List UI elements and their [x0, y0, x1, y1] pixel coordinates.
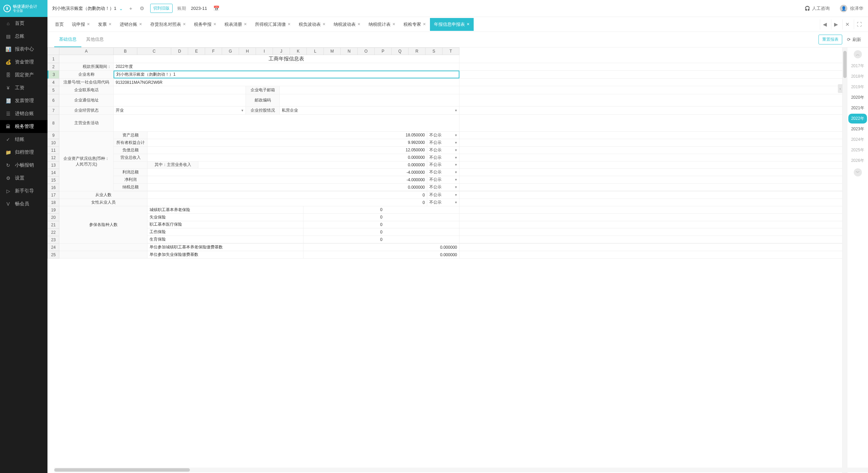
- employees-value[interactable]: 0: [147, 191, 427, 198]
- holding-value[interactable]: 私营企业: [280, 107, 459, 114]
- add-account-button[interactable]: +: [128, 5, 134, 12]
- col-header-H[interactable]: H: [239, 48, 256, 55]
- fin-disc-4[interactable]: 不公示: [427, 169, 459, 176]
- row-header-20[interactable]: 20: [47, 214, 59, 221]
- sidebar-item-assets[interactable]: 🗄固定资产: [0, 69, 47, 81]
- row-header-19[interactable]: 19: [47, 206, 59, 214]
- email-value[interactable]: [280, 86, 459, 94]
- fin-value-6[interactable]: 0.000000: [147, 184, 427, 191]
- ins-value-1[interactable]: 0: [303, 214, 459, 221]
- sidebar-item-tax[interactable]: 🏛税务管理: [0, 120, 47, 133]
- fin-value-4[interactable]: -4.000000: [147, 169, 427, 176]
- vertical-scrollbar[interactable]: [842, 48, 847, 473]
- sidebar-item-closing[interactable]: ✓结账: [0, 133, 47, 146]
- col-header-T[interactable]: T: [442, 48, 459, 55]
- fin-value-5[interactable]: -4.000000: [147, 176, 427, 183]
- row-header-23[interactable]: 23: [47, 236, 59, 244]
- sidebar-item-purchase[interactable]: ☰进销台账: [0, 107, 47, 120]
- user-menu[interactable]: 👤 徐泽华: [840, 5, 863, 12]
- fin-value-3[interactable]: 0.000000: [147, 154, 427, 161]
- col-header-R[interactable]: R: [409, 48, 426, 55]
- close-icon[interactable]: ✕: [322, 22, 326, 26]
- row-header-9[interactable]: 9: [47, 132, 59, 139]
- year-2020年[interactable]: 2020年: [848, 93, 867, 102]
- close-icon[interactable]: ✕: [423, 22, 426, 26]
- fin-sub-disc[interactable]: 不公示: [427, 162, 459, 169]
- col-header-B[interactable]: B: [114, 48, 137, 55]
- tab-存货别名对照表[interactable]: 存货别名对照表✕: [146, 18, 190, 31]
- employees-disc[interactable]: 不公示: [427, 191, 459, 198]
- tab-税表清册[interactable]: 税表清册✕: [220, 18, 251, 31]
- year-prev-button[interactable]: ︿: [854, 50, 862, 58]
- base-value-1[interactable]: 0.000000: [303, 251, 459, 258]
- addr-value[interactable]: [114, 94, 246, 106]
- support-link[interactable]: 🎧 人工咨询: [805, 5, 830, 12]
- post-value[interactable]: [280, 94, 459, 106]
- reg-value[interactable]: 91320811MA7NGR2W6R: [114, 79, 459, 86]
- mainbiz-value[interactable]: [114, 115, 459, 131]
- subtab-basic[interactable]: 基础信息: [54, 32, 81, 47]
- fin-value-1[interactable]: 9.992000: [147, 139, 427, 146]
- tab-年报信息申报表[interactable]: 年报信息申报表✕: [430, 18, 474, 31]
- female-value[interactable]: 0: [147, 199, 427, 206]
- tax-period-value[interactable]: 2022年度: [114, 63, 459, 70]
- spreadsheet[interactable]: ABCDEFGHIJKLMNOPQRST 1234567891011121314…: [47, 48, 842, 473]
- row-header-17[interactable]: 17: [47, 191, 59, 199]
- col-header-F[interactable]: F: [205, 48, 222, 55]
- fin-disc-2[interactable]: 不公示: [427, 147, 459, 154]
- col-header-O[interactable]: O: [358, 48, 375, 55]
- row-header-16[interactable]: 16: [47, 184, 59, 191]
- account-settings-button[interactable]: ⚙: [138, 5, 145, 12]
- row-header-7[interactable]: 7: [47, 107, 59, 115]
- female-disc[interactable]: 不公示: [427, 199, 459, 206]
- close-icon[interactable]: ✕: [357, 22, 360, 26]
- tab-prev-button[interactable]: ◀: [820, 19, 830, 30]
- col-header-Q[interactable]: Q: [392, 48, 409, 55]
- sidebar-item-guide[interactable]: ▷新手引导: [0, 185, 47, 197]
- row-header-18[interactable]: 18: [47, 199, 59, 206]
- row-header-11[interactable]: 11: [47, 147, 59, 154]
- col-header-D[interactable]: D: [171, 48, 188, 55]
- col-header-E[interactable]: E: [188, 48, 205, 55]
- col-header-A[interactable]: A: [59, 48, 114, 55]
- row-header-5[interactable]: 5: [47, 86, 59, 94]
- close-icon[interactable]: ✕: [288, 22, 291, 26]
- fullscreen-button[interactable]: ⛶: [854, 19, 865, 29]
- close-icon[interactable]: ✕: [392, 22, 395, 26]
- old-version-button[interactable]: 切到旧版: [150, 4, 173, 13]
- sidebar-item-reports[interactable]: 📊报表中心: [0, 43, 47, 56]
- sidebar-item-invoice[interactable]: 🧾发票管理: [0, 94, 47, 107]
- sidebar-item-archive[interactable]: 📁归档管理: [0, 146, 47, 159]
- col-header-K[interactable]: K: [290, 48, 307, 55]
- subtab-other[interactable]: 其他信息: [81, 32, 108, 47]
- col-header-G[interactable]: G: [222, 48, 239, 55]
- row-header-21[interactable]: 21: [47, 221, 59, 229]
- ins-value-2[interactable]: 0: [303, 221, 459, 228]
- row-header-10[interactable]: 10: [47, 139, 59, 147]
- close-icon[interactable]: ✕: [183, 22, 186, 26]
- sidebar-item-settings[interactable]: ⚙设置: [0, 172, 47, 185]
- row-header-13[interactable]: 13: [47, 162, 59, 169]
- fin-sub-value[interactable]: 0.000000: [198, 162, 427, 169]
- col-header-L[interactable]: L: [307, 48, 324, 55]
- year-next-button[interactable]: ﹀: [854, 168, 862, 176]
- ins-value-0[interactable]: 0: [303, 206, 459, 213]
- ins-value-4[interactable]: 0: [303, 236, 459, 243]
- close-icon[interactable]: ✕: [139, 22, 142, 26]
- fin-disc-3[interactable]: 不公示: [427, 154, 459, 161]
- col-header-P[interactable]: P: [375, 48, 392, 55]
- tab-纳税波动表[interactable]: 纳税波动表✕: [330, 18, 364, 31]
- sidebar-item-expense[interactable]: ↻小畅报销: [0, 159, 47, 172]
- tab-发票[interactable]: 发票✕: [94, 18, 116, 31]
- phone-value[interactable]: [114, 86, 246, 94]
- tab-进销台账[interactable]: 进销台账✕: [116, 18, 146, 31]
- tab-next-button[interactable]: ▶: [831, 19, 841, 30]
- status-value[interactable]: 开业: [114, 107, 246, 114]
- period-value[interactable]: 2023-11: [191, 6, 207, 11]
- horizontal-scrollbar[interactable]: [54, 468, 868, 472]
- sidebar-item-vip[interactable]: V畅会员: [0, 197, 47, 210]
- close-icon[interactable]: ✕: [213, 22, 216, 26]
- fin-disc-6[interactable]: 不公示: [427, 184, 459, 191]
- col-header-J[interactable]: J: [273, 48, 290, 55]
- tab-首页[interactable]: 首页: [51, 18, 68, 31]
